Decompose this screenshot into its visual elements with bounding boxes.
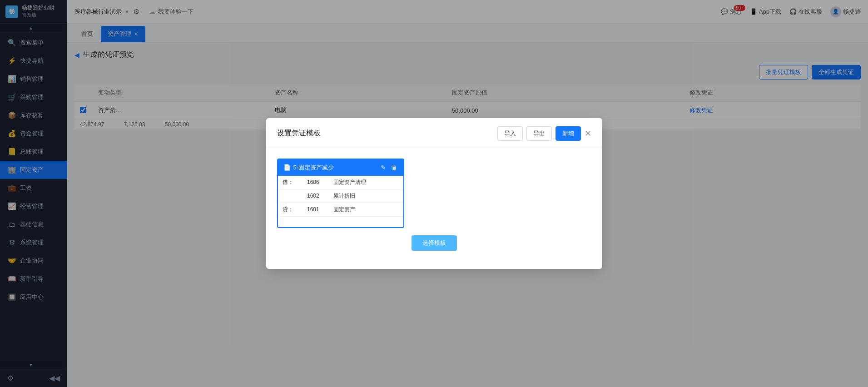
template-row-3: 贷： 1601 固定资产 xyxy=(278,203,403,216)
modal-overlay: 设置凭证模板 导入 导出 新增 ✕ 📄 5-固定资产减少 ✎ 🗑 xyxy=(0,0,868,387)
export-button[interactable]: 导出 xyxy=(526,126,552,141)
template-footer: 选择模板 xyxy=(277,228,591,258)
template-delete-button[interactable]: 🗑 xyxy=(390,163,398,172)
template-name: 5-固定资产减少 xyxy=(293,164,334,172)
template-row-side: 贷： xyxy=(278,203,303,216)
template-title: 📄 5-固定资产减少 xyxy=(283,164,334,172)
template-row-debit xyxy=(381,176,392,189)
template-row-credit-empty xyxy=(392,216,403,227)
template-row-name: 固定资产 xyxy=(329,203,381,216)
import-button[interactable]: 导入 xyxy=(497,126,523,141)
template-row-debit xyxy=(381,189,392,203)
template-row-side: 借： xyxy=(278,176,303,189)
template-edit-button[interactable]: ✎ xyxy=(380,163,387,172)
template-card-header: 📄 5-固定资产减少 ✎ 🗑 xyxy=(278,159,403,176)
modal-body: 📄 5-固定资产减少 ✎ 🗑 借： 1606 固 xyxy=(266,148,602,269)
template-row-name: 固定资产清理 xyxy=(329,176,381,189)
template-row-empty xyxy=(278,216,403,227)
template-row-debit xyxy=(381,203,392,216)
modal-close-button[interactable]: ✕ xyxy=(585,129,591,138)
template-row-code: 1601 xyxy=(303,203,329,216)
modal-title: 设置凭证模板 xyxy=(277,129,321,138)
template-row-code-empty xyxy=(303,216,329,227)
template-body: 借： 1606 固定资产清理 1602 累计折旧 xyxy=(278,176,403,228)
new-button[interactable]: 新增 xyxy=(556,126,581,141)
select-template-button[interactable]: 选择模板 xyxy=(412,235,457,251)
modal-header: 设置凭证模板 导入 导出 新增 ✕ xyxy=(266,118,602,148)
modal-header-actions: 导入 导出 新增 ✕ xyxy=(497,126,591,141)
template-row-credit xyxy=(392,176,403,189)
template-row-2: 1602 累计折旧 xyxy=(278,189,403,203)
template-card: 📄 5-固定资产减少 ✎ 🗑 借： 1606 固 xyxy=(277,159,404,228)
template-table: 借： 1606 固定资产清理 1602 累计折旧 xyxy=(278,176,403,228)
template-row-side xyxy=(278,189,303,203)
template-row-code: 1606 xyxy=(303,176,329,189)
template-row-1: 借： 1606 固定资产清理 xyxy=(278,176,403,189)
template-row-credit xyxy=(392,203,403,216)
template-row-name-empty xyxy=(329,216,381,227)
template-row-debit-empty xyxy=(381,216,392,227)
template-card-actions: ✎ 🗑 xyxy=(380,163,398,172)
template-row-code: 1602 xyxy=(303,189,329,203)
template-row-side-empty xyxy=(278,216,303,227)
template-doc-icon: 📄 xyxy=(283,164,291,171)
template-row-credit xyxy=(392,189,403,203)
set-template-modal: 设置凭证模板 导入 导出 新增 ✕ 📄 5-固定资产减少 ✎ 🗑 xyxy=(266,118,602,269)
template-row-name: 累计折旧 xyxy=(329,189,381,203)
